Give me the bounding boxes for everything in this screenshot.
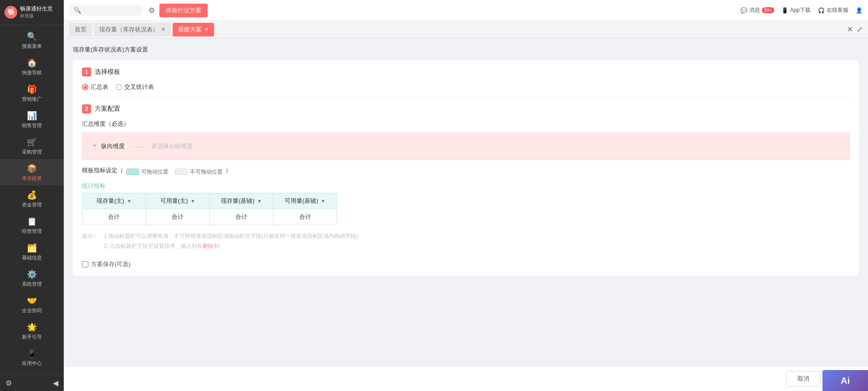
enterprise-icon: 🤝 (27, 296, 37, 306)
search-icon: 🔍 (74, 7, 81, 14)
purchase-icon: 🛒 (27, 137, 37, 147)
app-logo: 畅 畅康通好生意 标准版 (0, 0, 64, 25)
finance-icon: 💰 (27, 190, 37, 200)
vertical-dim-label: 纵向维度 (101, 142, 125, 150)
tab-new-scheme-close[interactable]: ✕ (204, 26, 209, 32)
step2-header: 2 方案配置 (82, 104, 850, 113)
sidebar-item-enterprise[interactable]: 🤝 企业协同 (0, 291, 64, 318)
page-title: 现存量(库存状况表)方案设置 (73, 46, 859, 54)
sidebar-item-app-center[interactable]: 📱 应用中心 (0, 344, 64, 370)
col-current-main-label: 现存量(主) (97, 197, 124, 205)
indicator-suffix: ） (225, 166, 231, 175)
vertical-dim-placeholder[interactable]: 请选择分组维度 (151, 142, 193, 150)
sidebar-item-system[interactable]: ⚙️ 系统管理 (0, 265, 64, 291)
save-option: 方案保存(可选) (82, 260, 850, 268)
sidebar-item-quick-nav[interactable]: 🏠 快捷导航 (0, 53, 64, 80)
settings-footer-icon[interactable]: ⚙ (5, 379, 12, 387)
content-area: 现存量(库存状况表)方案设置 1 选择模板 汇总表 交叉统计表 (64, 38, 868, 366)
sidebar-item-sales[interactable]: 📊 销售管理 (0, 106, 64, 133)
sidebar-label-quick-nav: 快捷导航 (22, 69, 42, 76)
quick-nav-icon: 🏠 (27, 58, 37, 68)
sidebar-item-basic-info[interactable]: 🗂️ 基础信息 (0, 238, 64, 265)
sidebar-item-purchase[interactable]: 🛒 采购管理 (0, 133, 64, 159)
col-available-aux[interactable]: 可用量(基辅) ▼ (273, 193, 337, 209)
tab-inventory-status-close[interactable]: ✕ (161, 26, 165, 32)
col-current-aux[interactable]: 现存量(基辅) ▼ (210, 193, 274, 209)
not-draggable-label: 不可拖动位置 (190, 168, 223, 176)
sidebar-label-inventory: 库存核算 (22, 175, 42, 182)
col-available-main[interactable]: 可用量(主) ▼ (146, 193, 210, 209)
col-available-main-chevron: ▼ (191, 199, 195, 204)
radio-summary[interactable]: 汇总表 (82, 83, 108, 91)
tab-new-scheme-label: 新建方案 (178, 26, 202, 34)
service-btn[interactable]: 🎧 在线客服 (818, 6, 848, 14)
required-area: * 纵向维度 —— 请选择分组维度 (82, 133, 850, 160)
sidebar: 畅 畅康通好生意 标准版 🔍 搜索菜单 🏠 快捷导航 🎁 营销推广 📊 销售管理… (0, 0, 64, 391)
sidebar-item-finance[interactable]: 💰 资金管理 (0, 185, 64, 212)
radio-summary-circle (82, 84, 88, 90)
app-download-btn[interactable]: 📱 App下载 (781, 6, 811, 14)
radio-cross[interactable]: 交叉统计表 (116, 83, 154, 91)
radio-cross-label: 交叉统计表 (124, 83, 154, 91)
collapse-icon[interactable]: ◀ (53, 379, 58, 387)
logo-icon: 畅 (5, 6, 17, 19)
topbar-search-box[interactable]: 🔍 (69, 5, 142, 15)
sidebar-label-basic-info: 基础信息 (22, 254, 42, 261)
save-option-label: 方案保存(可选) (91, 260, 131, 268)
footer-bar: 取消 查询 (64, 366, 868, 391)
tab-inventory-status[interactable]: 现存量（库存状况表） ✕ (94, 23, 171, 36)
trial-btn[interactable]: 体验行业方案 (159, 4, 208, 17)
main-area: 🔍 ⚙ 体验行业方案 💬 消息 99+ 📱 App下载 🎧 在线客服 👤 (64, 0, 868, 391)
tab-home[interactable]: 首页 (69, 23, 92, 36)
tips-delete-link[interactable]: 删除列 (203, 243, 219, 249)
cell-0-1: 合计 (146, 209, 210, 225)
stats-table: 现存量(主) ▼ 可用量(主) ▼ 现存量(基辅) ▼ 可用量(基辅) (82, 193, 337, 225)
sidebar-item-inventory[interactable]: 📦 库存核算 (0, 159, 64, 185)
required-mark: * (93, 143, 96, 150)
save-checkbox[interactable] (82, 261, 88, 268)
app-name: 畅康通好生意 (20, 5, 53, 13)
cell-0-3: 合计 (273, 209, 337, 225)
app-version: 标准版 (20, 13, 53, 19)
sidebar-item-search-menu[interactable]: 🔍 搜索菜单 (0, 27, 64, 53)
cell-0-2: 合计 (210, 209, 274, 225)
gear-icon[interactable]: ⚙ (148, 6, 155, 15)
topbar-right: 💬 消息 99+ 📱 App下载 🎧 在线客服 👤 (740, 6, 863, 14)
sidebar-item-newcomer[interactable]: 🌟 新手引导 (0, 318, 64, 344)
window-controls: ✕ ⤢ (847, 25, 863, 34)
message-badge: 99+ (762, 7, 774, 13)
stats-table-row: 合计 合计 合计 合计 (82, 209, 337, 225)
sidebar-label-enterprise: 企业协同 (22, 307, 42, 314)
message-btn[interactable]: 💬 消息 99+ (740, 6, 774, 14)
legend-draggable: 可拖动位置 (126, 168, 168, 176)
window-expand-btn[interactable]: ⤢ (857, 25, 863, 34)
indicators-section: 模板指标设定（ 可拖动位置 不可拖动位置 ） 统计指标 (82, 166, 850, 251)
template-radio-group: 汇总表 交叉统计表 (82, 83, 850, 91)
ai-badge[interactable]: Ai (822, 370, 868, 391)
search-input[interactable] (84, 7, 138, 14)
tabs-bar: 首页 现存量（库存状况表） ✕ 新建方案 ✕ ✕ ⤢ (64, 21, 868, 38)
management-icon: 📋 (27, 216, 37, 226)
ai-badge-label: Ai (841, 376, 850, 386)
tips-text-2-content: 2. 点击标题栏下拉可设置排序、插入列和 (82, 243, 203, 249)
service-label: 在线客服 (827, 6, 848, 14)
step1-header: 1 选择模板 (82, 67, 850, 77)
sidebar-item-enterprise-wechat[interactable]: 💬 企业微信 (0, 370, 64, 375)
tab-inventory-status-label: 现存量（库存状况表） (99, 26, 158, 34)
tab-new-scheme[interactable]: 新建方案 ✕ (173, 23, 214, 36)
step1-num: 1 (82, 67, 91, 77)
user-avatar[interactable]: 👤 (856, 7, 863, 14)
tips-prefix: 提示： 1.拖动标题栏可以调整布局，不可跨维度或指标区域拖动栏目字段(只能在同一… (82, 233, 358, 239)
cancel-button[interactable]: 取消 (786, 371, 821, 386)
col-current-main[interactable]: 现存量(主) ▼ (82, 193, 146, 209)
topbar: 🔍 ⚙ 体验行业方案 💬 消息 99+ 📱 App下载 🎧 在线客服 👤 (64, 0, 868, 21)
sidebar-item-management[interactable]: 📋 经营管理 (0, 212, 64, 238)
col-current-main-chevron: ▼ (127, 199, 132, 204)
window-close-btn[interactable]: ✕ (847, 25, 853, 34)
user-icon: 👤 (856, 7, 863, 14)
tips-text-1: 提示： 1.拖动标题栏可以调整布局，不可跨维度或指标区域拖动栏目字段(只能在同一… (82, 232, 850, 242)
sidebar-item-marketing[interactable]: 🎁 营销推广 (0, 80, 64, 106)
sidebar-label-sales: 销售管理 (22, 122, 42, 129)
toggle-legend: 可拖动位置 不可拖动位置 (126, 168, 223, 176)
step2-num: 2 (82, 104, 91, 113)
